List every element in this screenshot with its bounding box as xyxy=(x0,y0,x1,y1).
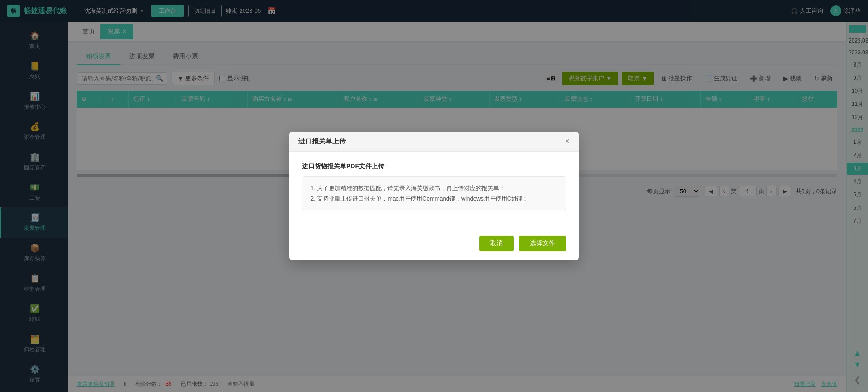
import-customs-modal: 进口报关单上传 × 进口货物报关单PDF文件上传 1. 为了更加精准的数据匹配，… xyxy=(289,132,579,261)
modal-overlay[interactable]: 进口报关单上传 × 进口货物报关单PDF文件上传 1. 为了更加精准的数据匹配，… xyxy=(0,0,868,392)
modal-info-box: 1. 为了更加精准的数据匹配，请先录入海关缴款书，再上传对应的报关单； 2. 支… xyxy=(302,176,566,211)
upload-title: 进口货物报关单PDF文件上传 xyxy=(302,163,566,171)
modal-header: 进口报关单上传 × xyxy=(289,132,579,152)
select-file-button[interactable]: 选择文件 xyxy=(519,236,566,251)
modal-body: 进口货物报关单PDF文件上传 1. 为了更加精准的数据匹配，请先录入海关缴款书，… xyxy=(289,152,579,231)
modal-close-button[interactable]: × xyxy=(565,137,570,145)
modal-title: 进口报关单上传 xyxy=(298,137,346,146)
info-item-2: 2. 支持批量上传进口报关单，mac用户使用Command键，windows用户… xyxy=(311,193,557,204)
info-item-1: 1. 为了更加精准的数据匹配，请先录入海关缴款书，再上传对应的报关单； xyxy=(311,183,557,193)
cancel-modal-button[interactable]: 取消 xyxy=(479,236,514,251)
modal-footer: 取消 选择文件 xyxy=(289,230,579,260)
